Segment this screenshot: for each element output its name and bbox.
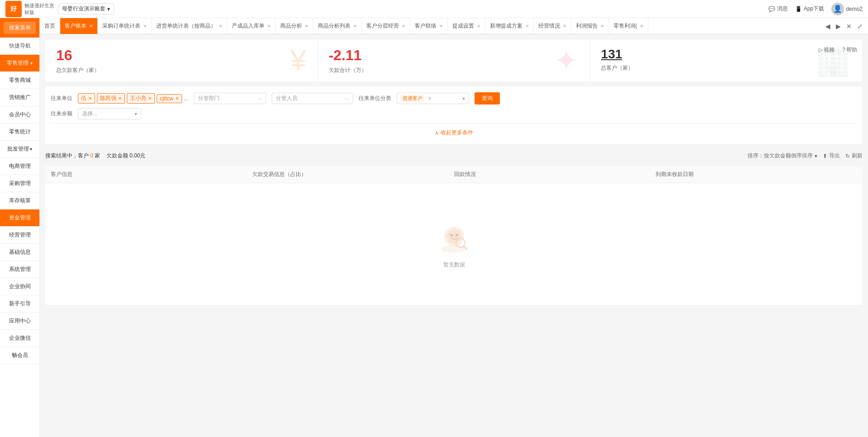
remainder-label: 往来余额 [51, 110, 72, 118]
filter-tag-4[interactable]: cjttcw ✕ [157, 94, 182, 103]
remainder-select[interactable]: 选择... ▾ [78, 108, 141, 119]
filter-more-button[interactable]: ... [184, 95, 188, 102]
empty-text: 暂无数据 [443, 261, 465, 269]
sidebar-item-capital-mgmt[interactable]: 资金管理 [0, 209, 39, 227]
tab-home[interactable]: 首页 [40, 18, 60, 34]
unit-type-select[interactable]: 普通客户 ✕ ▾ [397, 93, 469, 104]
tab-close-icon[interactable]: ✕ [477, 24, 480, 28]
tab-add-achievement-plan[interactable]: 新增提成方案 ✕ [485, 18, 534, 34]
tab-customer-debt[interactable]: 客户账本 ✕ [60, 18, 98, 34]
sidebar-item-retail-mgmt[interactable]: 零售管理 ▾ [0, 55, 39, 72]
tab-close-icon[interactable]: ✕ [439, 24, 443, 28]
person-select[interactable]: 分管人员 ··· [272, 93, 353, 104]
tab-close-icon[interactable]: ✕ [402, 24, 405, 28]
tab-reminder-settings[interactable]: 提成设置 ✕ [448, 18, 485, 34]
tab-close-icon[interactable]: ✕ [89, 24, 93, 28]
unit-type-tag: 普通客户 [401, 95, 424, 102]
sidebar-item-quick-nav[interactable]: 快捷导航 [0, 38, 39, 55]
dots-icon: ··· [258, 95, 262, 102]
message-button[interactable]: 💬 消息 [768, 5, 788, 13]
filter-tag-3[interactable]: 王小亮 ✕ [127, 93, 155, 104]
tab-close-icon[interactable]: ✕ [219, 24, 222, 28]
tag-close-icon[interactable]: ✕ [428, 96, 432, 101]
refresh-button[interactable]: ↻ 刷新 [845, 152, 863, 160]
sidebar-item-member-center[interactable]: 会员中心 [0, 106, 39, 124]
tab-product-analysis[interactable]: 商品分析 ✕ [276, 18, 313, 34]
sidebar-item-inventory[interactable]: 库存核算 [0, 192, 39, 209]
tab-close-icon[interactable]: ✕ [353, 24, 357, 28]
tab-profit-report[interactable]: 利润报告 ✕ [571, 18, 609, 34]
tab-close-all-button[interactable]: ✕ [844, 22, 854, 31]
tab-close-icon[interactable]: ✕ [143, 24, 147, 28]
tag-close-icon[interactable]: ✕ [118, 96, 122, 101]
export-icon: ⬆ [823, 153, 827, 159]
query-button[interactable]: 查询 [475, 92, 500, 104]
tab-scroll-left-button[interactable]: ◀ [824, 22, 832, 31]
tab-close-icon[interactable]: ✕ [305, 24, 308, 28]
sidebar-item-operation-mgmt[interactable]: 经营管理 [0, 227, 39, 244]
logo-icon: 好 [5, 1, 22, 17]
search-menu-button[interactable]: 搜索菜单 [4, 22, 36, 34]
filter-area: 往来单位 伍 ✕ 陈民强 ✕ 王小亮 ✕ [45, 87, 863, 144]
sidebar-item-app-center[interactable]: 应用中心 [0, 313, 39, 330]
tab-fullscreen-button[interactable]: ⤢ [855, 22, 864, 31]
topbar-right: 💬 消息 📱 App下载 👤 demo2 [768, 3, 863, 15]
tag-close-icon[interactable]: ✕ [175, 96, 179, 101]
sidebar-item-retail-shop[interactable]: 零售商城 [0, 72, 39, 89]
tab-scroll-right-button[interactable]: ▶ [834, 22, 843, 31]
sidebar-item-basic-info[interactable]: 基础信息 [0, 244, 39, 261]
export-button[interactable]: ⬆ 导出 [823, 152, 840, 160]
user-avatar[interactable]: 👤 demo2 [831, 3, 863, 15]
workspace-selector[interactable]: 母婴行业演示账套 ▾ [58, 3, 114, 14]
svg-point-7 [451, 234, 452, 236]
sidebar-item-enterprise-wechat[interactable]: 企业微信 [0, 330, 39, 347]
tab-close-icon[interactable]: ✕ [600, 24, 604, 28]
tab-purchase-order-stats[interactable]: 采购订单统计表 ✕ [98, 18, 152, 34]
stat-total-customers: ¥ 16 总欠款客户（家） [45, 40, 318, 81]
tab-close-icon[interactable]: ✕ [267, 24, 271, 28]
tab-close-icon[interactable]: ✕ [563, 24, 566, 28]
dept-select[interactable]: 分管部门 ··· [194, 93, 266, 104]
sidebar: 搜索菜单 快捷导航 零售管理 ▾ 零售商城 营销推广 会员中心 零售统计 批发管… [0, 18, 40, 437]
chevron-down-icon: ▾ [815, 153, 817, 159]
tab-close-icon[interactable]: ✕ [525, 24, 529, 28]
sidebar-item-vip-member[interactable]: 畅会员 [0, 347, 39, 364]
tab-close-icon[interactable]: ✕ [640, 24, 643, 28]
chevron-down-icon: ▾ [462, 95, 465, 102]
sidebar-item-wholesale-mgmt[interactable]: 批发管理 ▾ [0, 141, 39, 158]
sidebar-item-enterprise-collab[interactable]: 企业协同 [0, 278, 39, 295]
sidebar-item-retail-stats[interactable]: 零售统计 [0, 124, 39, 141]
col-header-debt: 欠款交易信息（占比） [252, 171, 454, 178]
tab-operations[interactable]: 经营情况 ✕ [534, 18, 571, 34]
results-info: 搜索结果中，客户 0 家 欠款金额 0.00元 [45, 152, 145, 160]
sort-select[interactable]: 排序：按欠款金额倒序排序 ▾ [748, 152, 817, 160]
sidebar-item-marketing[interactable]: 营销推广 [0, 89, 39, 106]
tab-customer-contact[interactable]: 客户联络 ✕ [410, 18, 448, 34]
sidebar-item-beginner-guide[interactable]: 新手引导 [0, 295, 39, 313]
sidebar-item-purchase-mgmt[interactable]: 采购管理 [0, 175, 39, 192]
tab-retail-profit[interactable]: 零售利润( ✕ [609, 18, 648, 34]
tab-actions: ◀ ▶ ✕ ⤢ [820, 22, 868, 31]
tab-product-inbound[interactable]: 产成品入库单 ✕ [227, 18, 276, 34]
coin-bg-icon: ¥ [290, 44, 307, 77]
tab-inbound-stats[interactable]: 进货单统计表（按商品） ✕ [152, 18, 227, 34]
tab-customer-segment[interactable]: 客户分层经营 ✕ [362, 18, 410, 34]
tag-close-icon[interactable]: ✕ [88, 96, 92, 101]
divider [838, 45, 839, 54]
app-download-button[interactable]: 📱 App下载 [795, 5, 824, 13]
help-link[interactable]: ? 帮助 [842, 45, 857, 54]
video-link[interactable]: ▷ 视频 [819, 45, 834, 54]
chevron-down-icon: ▾ [107, 6, 110, 12]
filter-tag-1[interactable]: 伍 ✕ [78, 93, 95, 104]
tag-close-icon[interactable]: ✕ [148, 96, 152, 101]
debt-bg-icon: ✦ [554, 44, 579, 77]
tab-product-analysis-list[interactable]: 商品分析列表 ✕ [313, 18, 362, 34]
message-icon: 💬 [768, 6, 775, 12]
filter-tag-2[interactable]: 陈民强 ✕ [97, 93, 125, 104]
unit-label: 往来单位 [51, 95, 72, 102]
collapse-button[interactable]: ∧ 收起更多条件 [431, 127, 477, 138]
sidebar-item-ecommerce[interactable]: 电商管理 [0, 158, 39, 175]
sidebar-search-area: 搜索菜单 [0, 18, 39, 38]
main-layout: 搜索菜单 快捷导航 零售管理 ▾ 零售商城 营销推广 会员中心 零售统计 批发管… [0, 18, 868, 437]
sidebar-item-system-mgmt[interactable]: 系统管理 [0, 261, 39, 278]
